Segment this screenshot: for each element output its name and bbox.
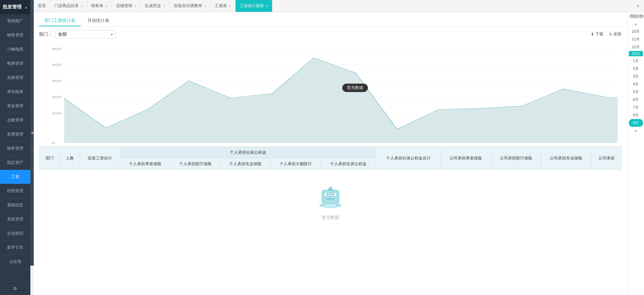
tab-close-icon[interactable]: ×	[204, 4, 206, 8]
svg-rect-12	[322, 190, 339, 204]
dept-label: 部门：	[39, 31, 52, 37]
sidebar-title: 批发管理	[3, 4, 22, 10]
timeline-month-9月[interactable]: 9月	[629, 119, 643, 127]
tab-店铺管理[interactable]: 店铺管理×	[112, 0, 141, 12]
sidebar-item-工资[interactable]: 工资	[0, 170, 30, 184]
content-area: 部门工资统计表月份统计表 部门： 全部 ⬇ 下载	[34, 12, 644, 295]
tab-close-icon[interactable]: ×	[266, 4, 268, 8]
timeline-month-10月[interactable]: 10月	[629, 28, 643, 35]
main-area: 首页门店商品目录×销售单×店铺管理×生成凭证×应收应付调整单×工资表×工资统计报…	[34, 0, 644, 295]
tab-close-icon[interactable]: ×	[229, 4, 231, 8]
tab-close-icon[interactable]: ×	[134, 4, 136, 8]
tab-close-all-button[interactable]: ✕	[635, 3, 641, 9]
sub-tab-月份统计表[interactable]: 月份统计表	[82, 16, 115, 26]
timeline-month-7月[interactable]: 7月	[629, 104, 643, 111]
th-personal-pension: 个人承担养老保险	[120, 158, 170, 170]
tab-label: 工资表	[215, 3, 227, 9]
sidebar-toggle[interactable]: ◀	[30, 0, 34, 266]
sidebar-item-新手引导[interactable]: 新手引导	[0, 241, 30, 255]
sidebar-item-采购管理[interactable]: 采购管理	[0, 71, 30, 85]
tab-close-icon[interactable]: ×	[81, 4, 83, 8]
svg-text:0: 0	[52, 141, 55, 145]
tab-生成凭证[interactable]: 生成凭证×	[141, 0, 169, 12]
tab-close-icon[interactable]: ×	[105, 4, 107, 8]
timeline-month-12月[interactable]: 12月	[629, 43, 643, 51]
svg-rect-20	[324, 204, 337, 208]
sidebar-footer-settings[interactable]: ⚙	[0, 282, 30, 295]
data-table: 部门 人数 应发工资合计 个人承担社保公积金 个人承担社保公积金合计 公司承担养…	[39, 147, 622, 170]
chart-tooltip-text: 暂无数据	[347, 85, 363, 90]
sidebar-item-系统管理[interactable]: 系统管理	[0, 212, 30, 227]
timeline-prev-label[interactable]: 2022.09	[629, 13, 643, 19]
sidebar-item-电商管理[interactable]: 电商管理	[0, 57, 30, 71]
sidebar-item-总账管理[interactable]: 总账管理	[0, 113, 30, 127]
sidebar-item-基础信息[interactable]: 基础信息	[0, 198, 30, 212]
timeline-month-6月[interactable]: 6月	[629, 96, 643, 104]
tab-label: 首页	[38, 3, 46, 9]
th-company-medical: 公司承担医疗保险	[491, 147, 541, 170]
timeline-month-11月[interactable]: 11月	[629, 35, 643, 43]
download-label: 下载	[595, 31, 603, 37]
tab-close-icon[interactable]: ×	[163, 4, 165, 8]
svg-rect-21	[320, 204, 324, 206]
timeline-month-3月[interactable]: 3月	[629, 72, 643, 80]
svg-rect-18	[328, 188, 333, 190]
th-salary-total: 应发工资合计	[80, 147, 120, 170]
sidebar-item-发票管理[interactable]: 发票管理	[0, 127, 30, 142]
dept-select-wrapper: 全部	[55, 30, 116, 38]
sidebar-item-销售管理[interactable]: 销售管理	[0, 28, 30, 42]
sidebar-item-企业协同[interactable]: 企业协同	[0, 227, 30, 241]
sidebar-item-税务管理[interactable]: 税务管理	[0, 142, 30, 156]
th-personal-total: 个人承担社保公积金合计	[376, 147, 441, 170]
timeline-month-5月[interactable]: 5月	[629, 88, 643, 96]
timeline-month-4月[interactable]: 4月	[629, 80, 643, 88]
chart-tooltip: 暂无数据	[342, 84, 368, 92]
tab-工资表[interactable]: 工资表×	[211, 0, 235, 12]
empty-icon	[317, 183, 344, 210]
tab-工资统计报表[interactable]: 工资统计报表×	[236, 0, 272, 12]
refresh-label: 刷新	[614, 31, 622, 37]
tab-首页[interactable]: 首页	[34, 0, 50, 12]
tab-label: 销售单	[91, 3, 103, 9]
timeline-month-2月[interactable]: 2月	[629, 65, 643, 72]
refresh-button[interactable]: ↻ 刷新	[609, 31, 622, 37]
timeline-month-1月[interactable]: 1月	[629, 57, 643, 65]
tab-label: 应收应付调整单	[174, 3, 202, 9]
svg-text:100: 100	[52, 111, 61, 115]
sidebar-item-营销推广[interactable]: 营销推广	[0, 14, 30, 28]
th-dept: 部门	[39, 147, 60, 170]
sidebar-item-固定资产[interactable]: 固定资产	[0, 156, 30, 170]
sidebar-item-小畅电商[interactable]: 小畅电商	[0, 42, 30, 57]
timeline-panel: 2022.09 ▴ 10月11月12月20221月2月3月4月5月6月7月8月9…	[627, 12, 644, 295]
tab-bar-end: ✕	[635, 3, 644, 9]
tab-门店商品目录[interactable]: 门店商品目录×	[50, 0, 87, 12]
timeline-down-nav[interactable]: ▾	[633, 127, 638, 135]
download-button[interactable]: ⬇ 下载	[591, 31, 603, 37]
tab-应收应付调整单[interactable]: 应收应付调整单×	[170, 0, 211, 12]
sidebar-collapse-icon[interactable]: ▲	[24, 5, 28, 9]
sidebar-item-资金管理[interactable]: 资金管理	[0, 99, 30, 113]
th-personal-housing: 个人承担住房公积金	[321, 158, 376, 170]
sidebar-item-经营管理[interactable]: 经营管理	[0, 184, 30, 198]
tab-销售单[interactable]: 销售单×	[87, 0, 112, 12]
tab-label: 工资统计报表	[240, 3, 264, 9]
toolbar-left: 部门： 全部	[39, 30, 116, 38]
svg-rect-22	[337, 204, 341, 206]
gear-icon: ⚙	[13, 286, 17, 291]
dept-select[interactable]: 全部	[55, 30, 116, 38]
sub-tab-部门工资统计表[interactable]: 部门工资统计表	[39, 16, 81, 26]
timeline-up-nav[interactable]: ▴	[633, 20, 638, 28]
sub-tabs: 部门工资统计表月份统计表	[34, 12, 627, 27]
timeline-month-8月[interactable]: 8月	[629, 111, 643, 119]
tab-label: 门店商品目录	[54, 3, 79, 9]
sidebar-item-库存核算[interactable]: 库存核算	[0, 85, 30, 99]
sidebar-item-云应用[interactable]: 云应用	[0, 255, 30, 269]
th-company-other: 公司承担	[591, 147, 622, 170]
svg-text:500: 500	[52, 47, 61, 51]
empty-state-text: 暂无数据	[322, 214, 339, 220]
sidebar-header[interactable]: 批发管理 ▲	[0, 0, 30, 14]
timeline-year-2022[interactable]: 2022	[629, 51, 643, 56]
page-content: 部门工资统计表月份统计表 部门： 全部 ⬇ 下载	[34, 12, 627, 295]
th-personal-major-medical: 个人承担大额医疗	[271, 158, 321, 170]
svg-text:400: 400	[52, 63, 61, 66]
